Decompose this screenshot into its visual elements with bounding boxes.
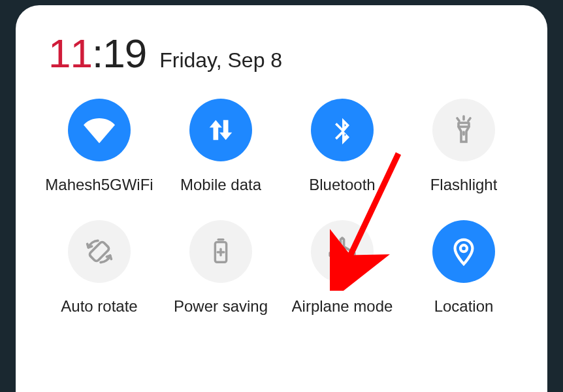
- quick-settings-panel: 11:19 Friday, Sep 8 Mahesh5GWiFi Mobile …: [16, 5, 547, 392]
- bluetooth-label: Bluetooth: [309, 176, 375, 194]
- flashlight-tile[interactable]: Flashlight: [406, 99, 521, 194]
- wifi-icon: [68, 99, 131, 161]
- location-label: Location: [434, 297, 494, 316]
- svg-line-1: [457, 118, 459, 121]
- wifi-label: Mahesh5GWiFi: [45, 176, 153, 194]
- clock-time: 11:19: [48, 30, 146, 76]
- power-saving-icon: [189, 220, 252, 283]
- bluetooth-icon: [311, 99, 374, 161]
- bluetooth-tile[interactable]: Bluetooth: [285, 99, 400, 194]
- mobile-data-tile[interactable]: Mobile data: [163, 99, 278, 194]
- flashlight-label: Flashlight: [430, 176, 498, 194]
- svg-line-2: [468, 118, 470, 121]
- auto-rotate-icon: [68, 220, 131, 283]
- svg-rect-3: [458, 123, 469, 127]
- mobile-data-label: Mobile data: [180, 176, 261, 194]
- airplane-mode-tile[interactable]: Airplane mode: [285, 220, 400, 316]
- auto-rotate-tile[interactable]: Auto rotate: [42, 220, 157, 316]
- clock-minute: 19: [103, 31, 146, 76]
- clock-hour: 11: [48, 31, 92, 76]
- power-saving-label: Power saving: [174, 297, 268, 316]
- power-saving-tile[interactable]: Power saving: [163, 220, 278, 316]
- status-header: 11:19 Friday, Sep 8: [42, 30, 521, 76]
- flashlight-icon: [432, 99, 495, 161]
- mobile-data-icon: [189, 99, 252, 161]
- clock-date: Friday, Sep 8: [159, 48, 282, 73]
- location-icon: [432, 220, 495, 283]
- auto-rotate-label: Auto rotate: [61, 297, 137, 316]
- location-tile[interactable]: Location: [406, 220, 521, 316]
- airplane-icon: [311, 220, 374, 283]
- svg-point-10: [460, 245, 467, 252]
- quick-settings-grid: Mahesh5GWiFi Mobile data Bluetooth: [42, 99, 521, 316]
- wifi-tile[interactable]: Mahesh5GWiFi: [42, 99, 157, 194]
- airplane-mode-label: Airplane mode: [292, 297, 393, 316]
- clock-colon: :: [92, 31, 103, 76]
